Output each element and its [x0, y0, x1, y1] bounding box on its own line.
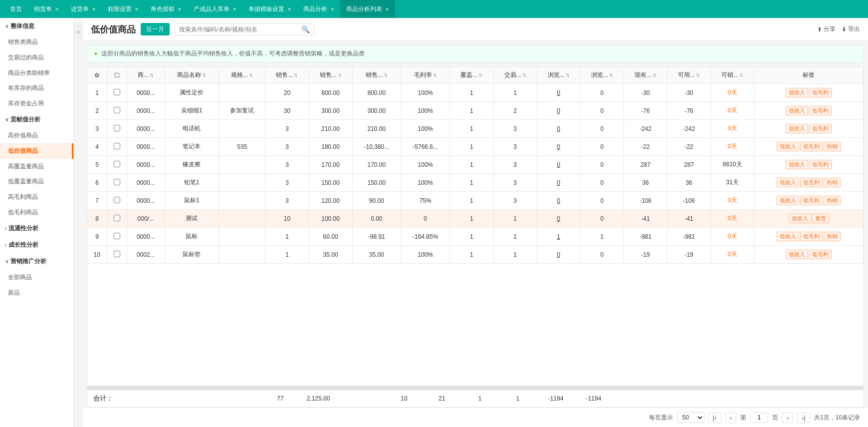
nav-product-analysis-list[interactable]: 商品分析列表 ✕	[340, 0, 395, 18]
sidebar-item-traded-products[interactable]: 交易过的商品	[0, 50, 73, 65]
close-icon[interactable]: ✕	[385, 6, 389, 12]
col-trade[interactable]: 交易...⇅	[493, 67, 537, 84]
sidebar-item-low-value[interactable]: 低价值商品	[0, 143, 73, 159]
close-icon[interactable]: ✕	[178, 6, 182, 12]
col-code[interactable]: 商...⇅	[127, 67, 165, 84]
col-current[interactable]: 现有...⇅	[624, 67, 667, 84]
sidebar-item-all-products[interactable]: 全部商品	[0, 270, 73, 285]
browse-link[interactable]: 0	[557, 197, 560, 204]
sidebar-item-low-coverage[interactable]: 低覆盖量商品	[0, 174, 73, 189]
search-input[interactable]	[179, 26, 301, 33]
sidebar-item-high-coverage[interactable]: 高覆盖量商品	[0, 159, 73, 174]
tab-recent-month[interactable]: 近一月	[141, 23, 170, 35]
browse-link[interactable]: 0	[557, 215, 560, 222]
browse-link[interactable]: 0	[557, 179, 560, 186]
browse-link[interactable]: 0	[557, 107, 560, 114]
nav-purchase-order[interactable]: 进货单 ✕	[65, 0, 102, 18]
nav-permissions[interactable]: 权限设置 ✕	[102, 0, 145, 18]
row-checkbox[interactable]	[107, 138, 127, 156]
sidebar-item-inventory-funds[interactable]: 库存资金占用	[0, 96, 73, 111]
col-browse1[interactable]: 浏览...⇅	[537, 67, 580, 84]
search-icon[interactable]: 🔍	[301, 25, 310, 33]
close-icon[interactable]: ✕	[92, 6, 96, 12]
row-browse1[interactable]: 0	[537, 210, 580, 228]
row-browse1[interactable]: 0	[537, 102, 580, 120]
row-browse1[interactable]: 0	[537, 120, 580, 138]
row-trade: 1	[493, 228, 537, 246]
sidebar-collapse-button[interactable]: «	[74, 23, 83, 41]
share-button[interactable]: ⬆ 分享	[817, 25, 836, 33]
row-checkbox[interactable]	[107, 246, 127, 264]
sidebar-item-high-profit[interactable]: 高毛利商品	[0, 189, 73, 205]
sidebar-item-inventory-products[interactable]: 有库存的商品	[0, 80, 73, 96]
col-sale2[interactable]: 销售...⇅	[352, 67, 401, 84]
browse-link[interactable]: 0	[557, 143, 560, 150]
row-checkbox[interactable]	[107, 210, 127, 228]
col-qty[interactable]: 销售...⇅	[265, 67, 309, 84]
sidebar-group-growth[interactable]: › 成长性分析	[0, 237, 73, 253]
sidebar-group-contribution[interactable]: ∨ 贡献值分析	[0, 111, 73, 128]
col-spec[interactable]: 规格...⇅	[219, 67, 265, 84]
row-current: -41	[624, 210, 667, 228]
row-checkbox[interactable]	[107, 192, 127, 210]
browse-link[interactable]: 1	[557, 233, 560, 240]
first-page-button[interactable]: |‹	[708, 413, 721, 423]
sidebar-item-new-products[interactable]: 新品	[0, 285, 73, 301]
col-saleable[interactable]: 可销...⇅	[711, 67, 754, 84]
nav-role-auth[interactable]: 角色授权 ✕	[145, 0, 188, 18]
sidebar-group-overall[interactable]: ∨ 整体信息	[0, 18, 73, 34]
col-checkbox[interactable]: ☐	[107, 67, 127, 84]
row-browse1[interactable]: 1	[537, 228, 580, 246]
browse-link[interactable]: 0	[557, 161, 560, 168]
prev-page-button[interactable]: ‹	[725, 413, 736, 423]
nav-product-analysis[interactable]: 商品分析 ✕	[297, 0, 340, 18]
col-browse2[interactable]: 浏览...⇅	[580, 67, 624, 84]
row-browse1[interactable]: 0	[537, 156, 580, 174]
sidebar-item-sales-products[interactable]: 销售类商品	[0, 34, 73, 50]
row-browse1[interactable]: 0	[537, 192, 580, 210]
col-coverage[interactable]: 覆盖...⇅	[450, 67, 493, 84]
row-checkbox[interactable]	[107, 228, 127, 246]
row-browse1[interactable]: 0	[537, 138, 580, 156]
scrollbar[interactable]	[87, 386, 864, 390]
close-icon[interactable]: ✕	[287, 6, 291, 12]
chevron-right-icon: ›	[5, 226, 6, 231]
row-browse1[interactable]: 0	[537, 84, 580, 102]
sidebar-group-marketing[interactable]: ∨ 营销推广分析	[0, 253, 73, 270]
page-number-input[interactable]	[750, 413, 768, 423]
browse-link[interactable]: 0	[557, 89, 560, 96]
row-checkbox[interactable]	[107, 120, 127, 138]
nav-home[interactable]: 首页	[4, 0, 28, 18]
last-page-button[interactable]: ›|	[797, 413, 810, 423]
col-name[interactable]: 商品名称⇅	[165, 67, 219, 84]
col-gross[interactable]: 毛利率⇅	[401, 67, 450, 84]
row-checkbox[interactable]	[107, 156, 127, 174]
col-available[interactable]: 可用...⇅	[667, 67, 711, 84]
sidebar-group-circulation[interactable]: › 流通性分析	[0, 220, 73, 237]
close-icon[interactable]: ✕	[135, 6, 139, 12]
col-sale1[interactable]: 销售...⇅	[309, 67, 352, 84]
sidebar-item-category-rate[interactable]: 商品分类助销率	[0, 65, 73, 81]
browse-link[interactable]: 0	[557, 251, 560, 258]
row-checkbox[interactable]	[107, 84, 127, 102]
browse-link[interactable]: 0	[557, 125, 560, 132]
close-icon[interactable]: ✕	[330, 6, 334, 12]
row-browse2: 0	[580, 102, 624, 120]
nav-product-storage[interactable]: 产成品入库单 ✕	[188, 0, 242, 18]
row-browse1[interactable]: 0	[537, 246, 580, 264]
close-icon[interactable]: ✕	[55, 6, 59, 12]
next-page-button[interactable]: ›	[782, 413, 793, 423]
row-available: -41	[667, 210, 711, 228]
page-size-select[interactable]: 50 10 20 100	[677, 412, 704, 423]
row-checkbox[interactable]	[107, 174, 127, 192]
nav-sales-order[interactable]: 销货单 ✕	[28, 0, 65, 18]
row-browse1[interactable]: 0	[537, 174, 580, 192]
sidebar-item-high-value[interactable]: 高价值商品	[0, 128, 73, 143]
row-checkbox[interactable]	[107, 102, 127, 120]
close-icon[interactable]: ✕	[232, 6, 236, 12]
col-settings[interactable]: ⚙	[87, 67, 107, 84]
export-button[interactable]: ⬇ 导出	[842, 25, 860, 33]
nav-template-settings[interactable]: 单据模板设置 ✕	[242, 0, 297, 18]
row-trade: 1	[493, 246, 537, 264]
sidebar-item-low-profit[interactable]: 低毛利商品	[0, 205, 73, 220]
